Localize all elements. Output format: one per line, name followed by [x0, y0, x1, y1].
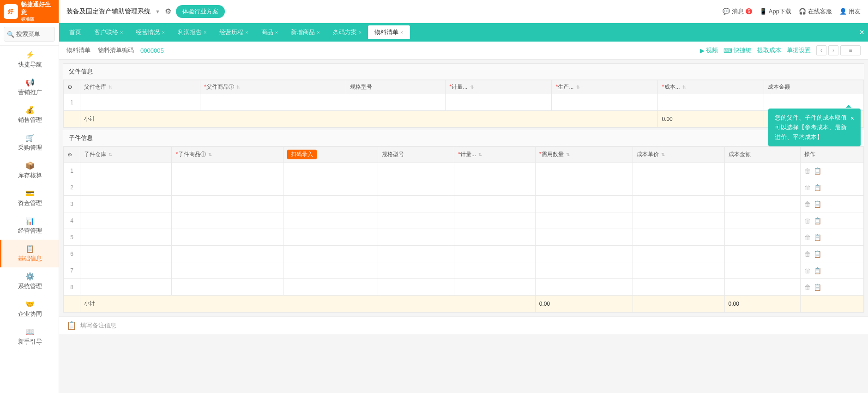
parent-warehouse-cell[interactable]	[80, 94, 200, 111]
sidebar-item-8[interactable]: ⚙️系统管理	[0, 267, 59, 295]
shortcut-button[interactable]: ⌨ 快捷键	[723, 46, 752, 54]
child-qty-6[interactable]	[535, 246, 633, 262]
tab-close-5[interactable]: ×	[275, 30, 278, 35]
child-qty-2[interactable]	[535, 179, 633, 196]
nav-tab-8[interactable]: 物料清单 ×	[368, 25, 410, 39]
child-qty-3[interactable]	[535, 196, 633, 212]
tab-close-4[interactable]: ×	[245, 30, 248, 35]
child-amount-5[interactable]	[724, 229, 801, 246]
child-warehouse-1[interactable]	[80, 163, 172, 179]
settings-icon[interactable]: ⚙	[165, 7, 171, 16]
tooltip-close-button[interactable]: ×	[850, 113, 854, 123]
child-spec-1[interactable]	[378, 163, 454, 179]
child-warehouse-4[interactable]	[80, 212, 172, 229]
child-unit-6[interactable]	[454, 246, 535, 262]
child-qty-5[interactable]	[535, 229, 633, 246]
breadcrumb-item1[interactable]: 物料清单	[66, 46, 90, 54]
child-spec-6[interactable]	[378, 246, 454, 262]
delete-icon-2[interactable]: 🗑	[804, 184, 811, 191]
child-amount-4[interactable]	[724, 212, 801, 229]
child-scan-3[interactable]	[283, 196, 378, 212]
delete-icon-4[interactable]: 🗑	[804, 217, 811, 224]
child-spec-4[interactable]	[378, 212, 454, 229]
tab-close-3[interactable]: ×	[204, 30, 206, 35]
sidebar-item-10[interactable]: 📖新手引导	[0, 323, 59, 351]
child-scan-8[interactable]	[283, 279, 378, 296]
child-unit-cost-4[interactable]	[633, 212, 724, 229]
delete-icon-5[interactable]: 🗑	[804, 234, 811, 241]
child-unit-7[interactable]	[454, 262, 535, 279]
child-product-4[interactable]	[172, 212, 283, 229]
nav-next-button[interactable]: ›	[828, 45, 838, 55]
app-download-button[interactable]: 📱 App下载	[760, 7, 791, 16]
child-spec-8[interactable]	[378, 279, 454, 296]
child-unit-4[interactable]	[454, 212, 535, 229]
child-amount-2[interactable]	[724, 179, 801, 196]
system-dropdown-arrow[interactable]: ▼	[155, 9, 160, 14]
doc-settings-button[interactable]: 单据设置	[787, 46, 811, 54]
child-unit-cost-1[interactable]	[633, 163, 724, 179]
copy-icon-2[interactable]: 📋	[814, 184, 821, 191]
search-menu-button[interactable]: 🔍 搜索菜单	[4, 27, 55, 42]
child-unit-cost-7[interactable]	[633, 262, 724, 279]
delete-icon-1[interactable]: 🗑	[804, 167, 811, 175]
child-unit-8[interactable]	[454, 279, 535, 296]
delete-icon-3[interactable]: 🗑	[804, 200, 811, 208]
experience-button[interactable]: 体验行业方案	[176, 5, 225, 18]
child-warehouse-5[interactable]	[80, 229, 172, 246]
child-scan-5[interactable]	[283, 229, 378, 246]
scan-input-button[interactable]: 扫码录入	[287, 150, 317, 159]
message-button[interactable]: 💬 消息 6	[723, 7, 752, 16]
user-menu[interactable]: 👤 用友	[839, 7, 861, 16]
tab-close-8[interactable]: ×	[400, 30, 403, 35]
copy-icon-1[interactable]: 📋	[814, 167, 821, 175]
nav-tab-2[interactable]: 经营情况 ×	[129, 25, 171, 39]
nav-tab-7[interactable]: 条码方案 ×	[326, 25, 368, 39]
nav-tab-1[interactable]: 客户联络 ×	[88, 25, 129, 39]
nav-tab-6[interactable]: 新增商品 ×	[284, 25, 326, 39]
tab-close-7[interactable]: ×	[359, 30, 362, 35]
child-unit-2[interactable]	[454, 179, 535, 196]
view-video-button[interactable]: ▶ 视频	[700, 46, 718, 54]
child-scan-2[interactable]	[283, 179, 378, 196]
parent-col-settings[interactable]: ⚙	[64, 80, 80, 94]
child-product-7[interactable]	[172, 262, 283, 279]
child-product-2[interactable]	[172, 179, 283, 196]
nav-prev-button[interactable]: ‹	[816, 45, 826, 55]
child-spec-2[interactable]	[378, 179, 454, 196]
nav-tab-5[interactable]: 商品 ×	[255, 25, 284, 39]
sidebar-item-6[interactable]: 📊经营管理	[0, 212, 59, 240]
child-scan-1[interactable]	[283, 163, 378, 179]
child-product-3[interactable]	[172, 196, 283, 212]
sidebar-item-5[interactable]: 💳资金管理	[0, 184, 59, 212]
child-qty-1[interactable]	[535, 163, 633, 179]
extract-cost-button[interactable]: 提取成本	[757, 46, 781, 54]
online-service-button[interactable]: 🎧 在线客服	[799, 7, 832, 16]
child-amount-3[interactable]	[724, 196, 801, 212]
copy-icon-7[interactable]: 📋	[814, 267, 821, 274]
child-spec-3[interactable]	[378, 196, 454, 212]
parent-unit-cell[interactable]	[446, 94, 552, 111]
child-unit-cost-8[interactable]	[633, 279, 724, 296]
child-unit-3[interactable]	[454, 196, 535, 212]
child-col-settings[interactable]: ⚙	[64, 147, 80, 163]
nav-tab-0[interactable]: 首页	[63, 25, 88, 39]
parent-spec-cell[interactable]	[346, 94, 445, 111]
delete-icon-8[interactable]: 🗑	[804, 284, 811, 291]
child-spec-5[interactable]	[378, 229, 454, 246]
sidebar-item-3[interactable]: 🛒采购管理	[0, 129, 59, 157]
child-warehouse-7[interactable]	[80, 262, 172, 279]
child-qty-8[interactable]	[535, 279, 633, 296]
delete-icon-6[interactable]: 🗑	[804, 250, 811, 258]
child-qty-4[interactable]	[535, 212, 633, 229]
tab-close-2[interactable]: ×	[162, 30, 164, 35]
child-amount-1[interactable]	[724, 163, 801, 179]
child-unit-5[interactable]	[454, 229, 535, 246]
sidebar-item-7[interactable]: 📋基础信息	[0, 240, 59, 267]
copy-icon-6[interactable]: 📋	[814, 250, 821, 258]
delete-icon-7[interactable]: 🗑	[804, 267, 811, 274]
child-amount-7[interactable]	[724, 262, 801, 279]
child-warehouse-2[interactable]	[80, 179, 172, 196]
child-product-6[interactable]	[172, 246, 283, 262]
child-scan-6[interactable]	[283, 246, 378, 262]
